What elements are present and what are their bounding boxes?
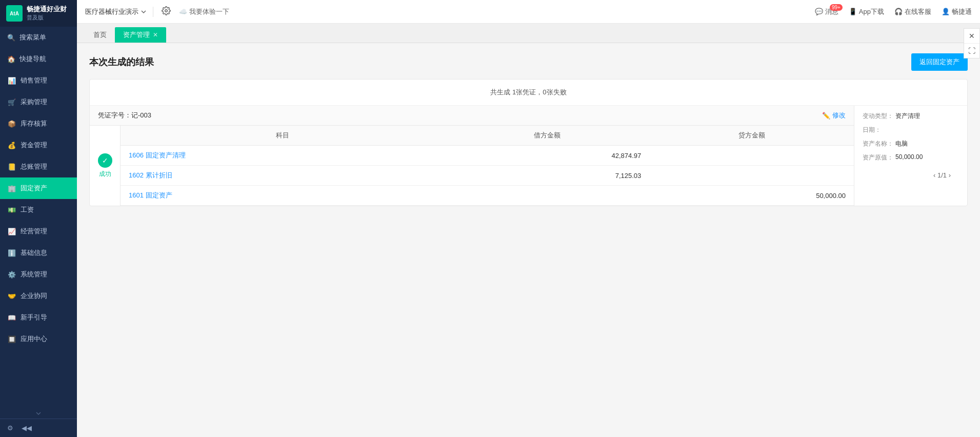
- collapse-button[interactable]: ◀◀: [22, 424, 32, 432]
- voucher-section: 凭证字号：记-003 ✏️ 修改 ✓ 成功: [90, 106, 967, 206]
- sidebar-item-sales[interactable]: 📊 销售管理: [0, 70, 77, 91]
- search-menu[interactable]: 🔍 搜索菜单: [0, 27, 77, 48]
- result-card: 共生成 1张凭证，0张失败 凭证字号：记-003 ✏️ 修改 ✓ 成功: [89, 79, 968, 206]
- app-edition: 普及版: [27, 14, 67, 21]
- sidebar-item-guide[interactable]: 📖 新手引导: [0, 307, 77, 328]
- settings-button[interactable]: ⚙: [7, 424, 13, 432]
- sidebar-item-label: 固定资产: [21, 184, 47, 193]
- content-area: 本次生成的结果 返回固定资产 共生成 1张凭证，0张失败 凭证字号：记-003 …: [77, 43, 980, 437]
- topbar: 医疗器械行业演示 ☁️ 我要体验一下 💬 消息 99+ 📱 App下载 🎧 在线…: [77, 0, 980, 24]
- expand-panel-button[interactable]: ⛶: [964, 44, 979, 58]
- result-summary-text: 共生成 1张凭证，0张失败: [490, 88, 566, 96]
- system-icon: ⚙️: [7, 270, 16, 279]
- sidebar-nav: 📊 销售管理 🛒 采购管理 📦 库存核算 💰 资金管理 📒 总账管理 🏢 固定资…: [0, 70, 77, 408]
- quick-nav-icon: 🏠: [7, 55, 15, 63]
- app-name: 畅捷通好业财: [27, 5, 67, 14]
- edit-button[interactable]: ✏️ 修改: [822, 111, 846, 120]
- sidebar-item-salary[interactable]: 💵 工资: [0, 199, 77, 221]
- tab-close-icon[interactable]: ✕: [153, 31, 158, 38]
- edit-icon: ✏️: [822, 112, 830, 120]
- sidebar-item-fund[interactable]: 💰 资金管理: [0, 134, 77, 156]
- prev-page[interactable]: ‹: [933, 171, 935, 179]
- sidebar-item-system[interactable]: ⚙️ 系统管理: [0, 264, 77, 285]
- status-cell: ✓ 成功: [90, 126, 121, 206]
- voucher-main: 凭证字号：记-003 ✏️ 修改 ✓ 成功: [90, 106, 854, 206]
- message-icon: 💬: [815, 8, 823, 15]
- debit-value: 7,125.03: [445, 166, 650, 186]
- online-service-label: 在线客服: [905, 7, 931, 16]
- app-download-button[interactable]: 📱 App下载: [849, 7, 884, 16]
- inventory-icon: 📦: [7, 119, 16, 128]
- purchase-icon: 🛒: [7, 97, 16, 107]
- tab-home[interactable]: 首页: [85, 27, 115, 43]
- voucher-number: 凭证字号：记-003: [98, 111, 151, 120]
- credit-value: [649, 166, 854, 186]
- sidebar-item-label: 经营管理: [21, 227, 47, 236]
- sidebar-item-collab[interactable]: 🤝 企业协同: [0, 285, 77, 307]
- apps-icon: 🔲: [7, 334, 16, 344]
- subject-link[interactable]: 1606 固定资产清理: [129, 151, 186, 159]
- logo-icon: AtA: [6, 5, 23, 22]
- main-area: 医疗器械行业演示 ☁️ 我要体验一下 💬 消息 99+ 📱 App下载 🎧 在线…: [77, 0, 980, 437]
- topbar-settings-button[interactable]: [159, 4, 173, 19]
- company-selector[interactable]: 医疗器械行业演示: [85, 7, 147, 16]
- sidebar-item-apps[interactable]: 🔲 应用中心: [0, 328, 77, 350]
- search-menu-label: 搜索菜单: [19, 33, 46, 42]
- sidebar-item-label: 销售管理: [21, 76, 47, 85]
- tab-assets[interactable]: 资产管理 ✕: [115, 27, 166, 43]
- user-label: 畅捷通: [952, 7, 972, 16]
- tab-assets-label: 资产管理: [123, 30, 150, 39]
- sidebar-item-label: 企业协同: [21, 291, 47, 301]
- sidebar-item-label: 应用中心: [21, 334, 47, 344]
- svg-point-0: [165, 10, 168, 12]
- next-page[interactable]: ›: [949, 171, 951, 179]
- user-menu[interactable]: 👤 畅捷通: [942, 7, 972, 16]
- sidebar-logo: AtA 畅捷通好业财 普及版: [0, 0, 77, 27]
- basic-icon: ℹ️: [7, 248, 16, 257]
- table-with-status: ✓ 成功 科目 借方金额 贷方金额: [90, 126, 854, 206]
- back-button[interactable]: 返回固定资产: [911, 53, 968, 71]
- tab-home-label: 首页: [93, 30, 107, 39]
- tabs-bar: 首页 资产管理 ✕: [77, 24, 980, 43]
- experience-button[interactable]: ☁️ 我要体验一下: [179, 7, 229, 16]
- debit-value: [445, 186, 650, 206]
- side-change-type: 变动类型： 资产清理: [863, 112, 959, 121]
- col-subject: 科目: [121, 126, 445, 146]
- sidebar-item-assets[interactable]: 🏢 固定资产: [0, 177, 77, 199]
- credit-value: 50,000.00: [649, 186, 854, 206]
- topbar-right: 💬 消息 99+ 📱 App下载 🎧 在线客服 👤 畅捷通: [815, 7, 972, 16]
- credit-value: [649, 146, 854, 166]
- close-panel-button[interactable]: ✕: [964, 29, 979, 44]
- date-label: 日期：: [863, 126, 881, 134]
- sidebar-bottom: ⚙ ◀◀: [0, 419, 77, 437]
- asset-value-label: 资产原值：: [863, 153, 893, 162]
- voucher-table: 科目 借方金额 贷方金额 1606 固定资产清理 42,874.97: [121, 126, 854, 206]
- sidebar-item-purchase[interactable]: 🛒 采购管理: [0, 91, 77, 113]
- sidebar-item-ledger[interactable]: 📒 总账管理: [0, 156, 77, 177]
- subject-link[interactable]: 1602 累计折旧: [129, 171, 172, 179]
- assets-icon: 🏢: [7, 184, 16, 193]
- message-button[interactable]: 💬 消息 99+: [815, 7, 838, 16]
- table-row: 1602 累计折旧 7,125.03: [121, 166, 854, 186]
- pagination: ‹ 1/1 ›: [863, 167, 959, 183]
- sidebar-item-label: 资金管理: [21, 141, 47, 150]
- sidebar-item-basic[interactable]: ℹ️ 基础信息: [0, 242, 77, 264]
- headset-icon: 🎧: [894, 8, 903, 15]
- side-date: 日期：: [863, 126, 959, 134]
- subject-link[interactable]: 1601 固定资产: [129, 191, 172, 199]
- side-asset-name: 资产名称： 电脑: [863, 140, 959, 148]
- edit-label: 修改: [832, 111, 846, 120]
- user-icon: 👤: [942, 8, 950, 15]
- change-type-value: 资产清理: [895, 112, 920, 121]
- sidebar-item-inventory[interactable]: 📦 库存核算: [0, 113, 77, 134]
- sidebar-item-business[interactable]: 📈 经营管理: [0, 221, 77, 242]
- side-asset-value: 资产原值： 50,000.00: [863, 153, 959, 162]
- online-service-button[interactable]: 🎧 在线客服: [894, 7, 931, 16]
- sidebar-item-quick-nav[interactable]: 🏠 快捷导航: [0, 48, 77, 70]
- scroll-indicator: [0, 408, 77, 419]
- sales-icon: 📊: [7, 76, 16, 85]
- topbar-divider: [153, 7, 153, 17]
- guide-icon: 📖: [7, 313, 16, 322]
- debit-value: 42,874.97: [445, 146, 650, 166]
- asset-name-label: 资产名称：: [863, 140, 893, 148]
